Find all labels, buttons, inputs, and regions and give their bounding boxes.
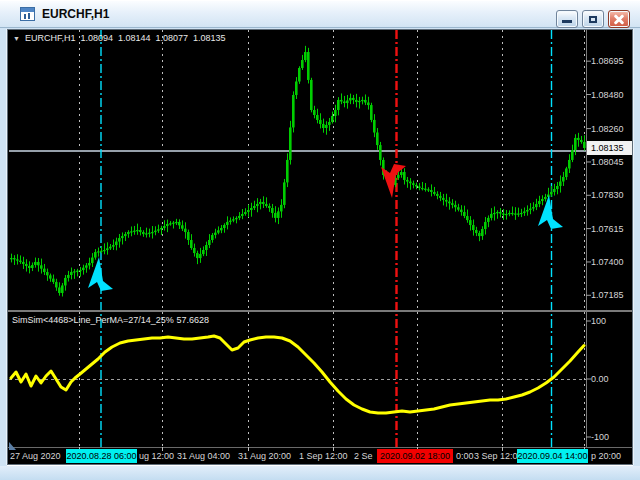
indicator-value: 57.6628 [176,315,209,325]
price-axis-label: 1.07830 [591,190,624,200]
window-bottom-frame [0,466,640,480]
time-axis-label: 27 Aug 2020 [10,450,61,463]
ohlc-high: 1.08144 [118,33,151,43]
window-controls [556,10,630,28]
ohlc-readout: ▼ EURCHF,H1 1.08094 1.08144 1.08077 1.08… [13,33,226,43]
window-title: EURCHF,H1 [42,7,109,21]
chart-canvas [0,0,640,480]
time-axis-label: 31 Aug 20:00 [238,450,291,463]
candles-layer [10,46,586,297]
oscillator-axis-label: 100 [591,316,606,326]
ohlc-low: 1.08077 [156,33,189,43]
price-axis-label: 1.08045 [591,157,624,167]
price-axis-label: 1.08480 [591,90,624,100]
close-button[interactable] [608,10,630,28]
restore-button[interactable] [582,10,604,28]
time-highlight-tag-cyan: 2020.09.04 14:00 [517,449,588,463]
ohlc-close: 1.08135 [193,33,226,43]
price-axis-label: 1.07615 [591,224,624,234]
price-axis-label: 1.08695 [591,56,624,66]
close-icon [609,11,629,27]
ohlc-symbol: EURCHF,H1 [25,33,76,43]
collapse-triangle-icon[interactable]: ▼ [13,35,20,42]
event-lines [101,30,552,450]
time-axis-label: 3 Sep 12:00 [474,450,523,463]
sell-arrow-icon [381,164,406,198]
price-axis-label: 1.07185 [591,290,624,300]
price-axis-label: 1.08260 [591,124,624,134]
window-icon [20,7,35,21]
time-axis-label: 1 Sep 12:00 [299,450,348,463]
time-axis-label: 0:00 [456,450,474,463]
oscillator-line [11,336,584,413]
signal-arrows [88,164,563,291]
time-highlight-tag-red: 2020.09.02 18:00 [377,449,453,463]
time-axis-label: ug 12:00 [139,450,174,463]
oscillator-axis-label: -100 [591,432,609,442]
restore-icon [589,16,597,23]
price-axis-label: 1.07400 [591,257,624,267]
time-axis-label: p 20:00 [591,450,621,463]
current-price-tag: 1.08135 [587,141,632,155]
time-highlight-tag-cyan: 2020.08.28 06:00 [66,449,137,463]
ohlc-open: 1.08094 [80,33,113,43]
indicator-name: SimSim<4468>Line_PerMA=27/14_25% [12,315,174,325]
oscillator-axis-label: 0.00 [591,374,609,384]
time-axis-label: 2 Se [354,450,373,463]
time-axis-label: 31 Aug 04:00 [177,450,230,463]
window-titlebar[interactable]: EURCHF,H1 [0,0,640,28]
minimize-button[interactable] [556,10,578,28]
indicator-label: SimSim<4468>Line_PerMA=27/14_25% 57.6628 [12,315,209,325]
minimize-icon [562,20,572,23]
chart-shift-marker [9,442,16,450]
current-price-value: 1.08135 [591,143,624,153]
